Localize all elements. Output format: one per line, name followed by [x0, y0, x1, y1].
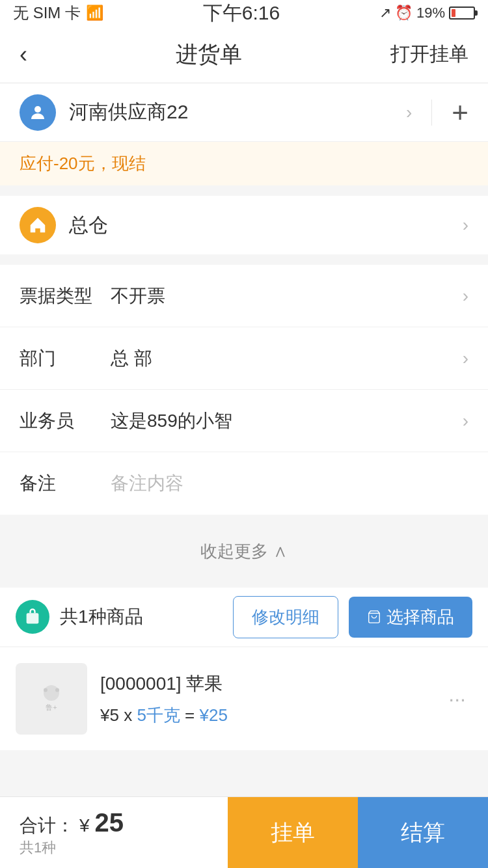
product-thumb-logo: 鲁+	[32, 679, 71, 718]
checkout-button[interactable]: 结算	[358, 797, 488, 868]
shopping-bag-icon	[23, 608, 42, 626]
form-row-dept[interactable]: 部门 总 部 ›	[0, 327, 488, 390]
bottom-bar: 合计： ¥ 25 共1种 挂单 结算	[0, 796, 488, 868]
modify-detail-button[interactable]: 修改明细	[233, 596, 338, 638]
svg-rect-1	[27, 613, 39, 623]
dept-label: 部门	[20, 346, 111, 371]
battery-percent: 19%	[416, 5, 445, 21]
wifi-icon: 📶	[86, 5, 103, 21]
supplier-divider	[431, 100, 432, 126]
remark-input[interactable]: 备注内容	[111, 471, 468, 496]
back-button[interactable]: ‹	[20, 41, 27, 68]
supplier-row[interactable]: 河南供应商22 › +	[0, 83, 488, 142]
carrier-text: 无 SIM 卡	[13, 3, 81, 23]
warehouse-icon-wrap	[20, 207, 56, 243]
equals: =	[185, 705, 199, 725]
location-icon: ↗	[379, 5, 391, 21]
product-count-label: 共1种商品	[60, 604, 223, 629]
content: 河南供应商22 › + 应付-20元，现结 总仓 › 票据类型 不开票 › 部门…	[0, 83, 488, 830]
bottom-total: 合计： ¥ 25 共1种	[0, 797, 228, 868]
collapse-label: 收起更多 ∧	[200, 540, 287, 563]
select-product-label: 选择商品	[386, 606, 454, 629]
svg-text:鲁+: 鲁+	[46, 703, 57, 711]
select-product-button[interactable]: 选择商品	[349, 597, 472, 638]
warehouse-chevron-icon: ›	[463, 215, 468, 236]
supplier-card: 河南供应商22 › + 应付-20元，现结	[0, 83, 488, 185]
form-row-salesperson[interactable]: 业务员 这是859的小智 ›	[0, 390, 488, 452]
product-title: 苹果	[186, 673, 223, 694]
salesperson-label: 业务员	[20, 409, 111, 433]
form-row-remark[interactable]: 备注 备注内容	[0, 452, 488, 515]
quantity: 5千克	[137, 705, 180, 725]
dept-chevron-icon: ›	[463, 348, 468, 369]
svg-point-5	[55, 688, 59, 692]
product-thumbnail: 鲁+	[16, 663, 87, 735]
ticket-label: 票据类型	[20, 284, 111, 308]
collapse-row[interactable]: 收起更多 ∧	[0, 525, 488, 577]
status-bar: 无 SIM 卡 📶 下午6:16 ↗ ⏰ 19%	[0, 0, 488, 26]
remark-label: 备注	[20, 471, 111, 496]
supplier-alert: 应付-20元，现结	[0, 142, 488, 185]
ticket-value: 不开票	[111, 284, 463, 308]
svg-point-3	[44, 685, 59, 701]
total-currency: ¥	[79, 815, 90, 836]
total-line2: 共1种	[20, 838, 228, 858]
open-hang-button[interactable]: 打开挂单	[390, 41, 468, 68]
salesperson-chevron-icon: ›	[463, 411, 468, 431]
battery-icon	[449, 7, 475, 20]
page-title: 进货单	[176, 40, 242, 70]
alarm-icon: ⏰	[395, 5, 413, 21]
battery-fill	[452, 9, 455, 17]
user-icon	[28, 103, 47, 122]
total-amount: 25	[95, 808, 124, 837]
form-row-ticket[interactable]: 票据类型 不开票 ›	[0, 265, 488, 327]
svg-point-0	[34, 106, 41, 113]
product-name: [0000001] 苹果	[100, 671, 429, 696]
warehouse-card: 总仓 ›	[0, 196, 488, 254]
product-price: ¥5 x 5千克 = ¥25	[100, 704, 429, 727]
cart-icon	[367, 610, 381, 624]
warehouse-name: 总仓	[69, 212, 463, 239]
status-bar-left: 无 SIM 卡 📶	[13, 3, 103, 23]
product-info: [0000001] 苹果 ¥5 x 5千克 = ¥25	[100, 671, 429, 727]
hang-button[interactable]: 挂单	[228, 797, 358, 868]
add-button[interactable]: +	[452, 98, 468, 127]
form-card: 票据类型 不开票 › 部门 总 部 › 业务员 这是859的小智 › 备注 备注…	[0, 265, 488, 515]
products-icon-wrap	[16, 600, 49, 634]
dept-value: 总 部	[111, 346, 463, 371]
unit-price: ¥5 x	[100, 705, 137, 725]
salesperson-value: 这是859的小智	[111, 409, 463, 433]
svg-point-4	[44, 688, 47, 692]
ticket-chevron-icon: ›	[463, 286, 468, 306]
products-header: 共1种商品 修改明细 选择商品	[0, 588, 488, 646]
product-item: 鲁+ [0000001] 苹果 ¥5 x 5千克 = ¥25 ···	[0, 647, 488, 750]
supplier-chevron-icon: ›	[406, 102, 412, 123]
status-bar-time: 下午6:16	[203, 0, 280, 27]
warehouse-icon	[28, 215, 47, 235]
supplier-avatar	[20, 94, 56, 131]
total-line1: 合计： ¥ 25	[20, 808, 228, 838]
warehouse-row[interactable]: 总仓 ›	[0, 196, 488, 254]
nav-bar: ‹ 进货单 打开挂单	[0, 26, 488, 83]
total-price: ¥25	[200, 705, 228, 725]
product-more-button[interactable]: ···	[442, 681, 472, 718]
product-code: [0000001]	[100, 673, 186, 694]
supplier-name: 河南供应商22	[69, 99, 406, 126]
status-bar-right: ↗ ⏰ 19%	[379, 5, 475, 21]
total-prefix: 合计：	[20, 813, 74, 838]
